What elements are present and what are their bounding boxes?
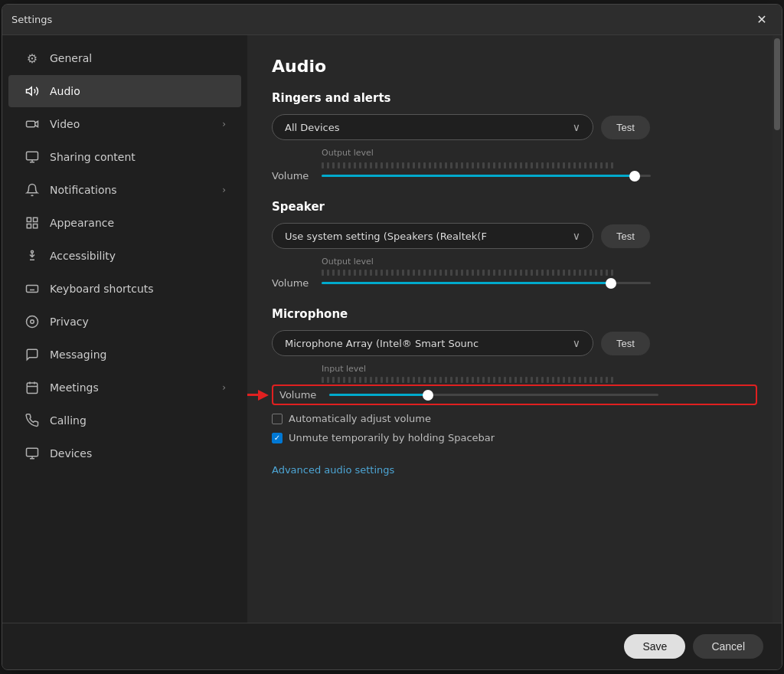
level-tick: [354, 377, 356, 383]
auto-adjust-checkbox[interactable]: [272, 414, 283, 424]
level-tick: [348, 270, 351, 276]
level-tick: [568, 162, 570, 168]
audio-icon: [24, 83, 41, 100]
level-tick: [493, 270, 495, 276]
level-tick: [450, 270, 452, 276]
level-tick: [477, 270, 479, 276]
sidebar-item-audio[interactable]: Audio: [8, 75, 241, 107]
level-tick: [322, 270, 324, 276]
sidebar-item-label: General: [50, 52, 92, 64]
level-tick: [514, 270, 517, 276]
speaker-volume-thumb[interactable]: [606, 278, 616, 289]
level-tick: [584, 270, 586, 276]
level-tick: [531, 377, 533, 383]
sidebar-item-label: Keyboard shortcuts: [50, 283, 154, 295]
ringers-volume-thumb[interactable]: [629, 171, 640, 182]
level-tick: [568, 377, 570, 383]
chevron-right-icon: ›: [222, 382, 226, 393]
level-tick: [450, 377, 452, 383]
close-button[interactable]: ✕: [751, 9, 773, 31]
level-tick: [381, 270, 383, 276]
ringers-test-button[interactable]: Test: [601, 116, 650, 139]
level-tick: [509, 162, 511, 168]
sidebar-item-appearance[interactable]: Appearance: [8, 207, 241, 239]
level-tick: [407, 162, 410, 168]
chevron-right-icon: ›: [222, 185, 226, 195]
ringers-volume-slider[interactable]: [322, 175, 651, 177]
sidebar-item-video[interactable]: Video ›: [8, 108, 241, 140]
level-tick: [579, 377, 581, 383]
svg-point-17: [31, 320, 34, 324]
level-tick: [423, 270, 426, 276]
microphone-volume-thumb[interactable]: [423, 390, 433, 401]
ringers-device-row: All Devices ∨ Test: [272, 114, 757, 140]
speaker-section: Speaker Use system setting (Speakers (Re…: [272, 200, 757, 289]
level-tick: [547, 270, 549, 276]
cancel-button[interactable]: Cancel: [693, 634, 763, 659]
level-tick: [445, 162, 447, 168]
level-tick: [573, 162, 576, 168]
keyboard-icon: [24, 280, 41, 297]
sidebar-item-keyboard[interactable]: Keyboard shortcuts: [8, 273, 241, 305]
level-tick: [525, 377, 528, 383]
ringers-device-label: All Devices: [285, 122, 339, 133]
level-tick: [445, 270, 447, 276]
level-tick: [354, 162, 356, 168]
speaker-title: Speaker: [272, 200, 757, 214]
speaker-dropdown[interactable]: Use system setting (Speakers (Realtek(F …: [272, 223, 593, 249]
sidebar-item-general[interactable]: ⚙ General: [8, 42, 241, 74]
sidebar-item-notifications[interactable]: Notifications ›: [8, 174, 241, 206]
level-tick: [359, 270, 361, 276]
level-tick: [397, 162, 399, 168]
level-tick: [557, 270, 560, 276]
svg-rect-5: [27, 218, 31, 221]
sidebar-item-calling[interactable]: Calling: [8, 404, 241, 437]
save-button[interactable]: Save: [624, 634, 685, 659]
ringers-dropdown[interactable]: All Devices ∨: [272, 114, 593, 140]
sidebar-item-messaging[interactable]: Messaging: [8, 339, 241, 371]
level-tick: [450, 162, 452, 168]
svg-point-9: [31, 250, 34, 253]
level-tick: [557, 377, 560, 383]
sidebar-item-meetings[interactable]: Meetings ›: [8, 371, 241, 404]
level-tick: [423, 377, 426, 383]
arrow-head: [258, 390, 269, 401]
microphone-volume-slider[interactable]: [329, 394, 658, 396]
unmute-checkbox[interactable]: [272, 433, 283, 443]
level-tick: [434, 162, 436, 168]
level-tick: [611, 162, 613, 168]
speaker-volume-slider[interactable]: [322, 282, 651, 284]
sidebar-item-devices[interactable]: Devices: [8, 437, 241, 470]
microphone-dropdown[interactable]: Microphone Array (Intel® Smart Sounc ∨: [272, 330, 593, 356]
level-tick: [600, 270, 603, 276]
level-tick: [595, 162, 597, 168]
speaker-test-button[interactable]: Test: [601, 224, 650, 248]
sidebar-item-sharing[interactable]: Sharing content: [8, 141, 241, 173]
sidebar-item-label: Notifications: [50, 184, 117, 196]
sidebar-item-label: Audio: [50, 85, 80, 97]
level-tick: [418, 270, 420, 276]
microphone-test-button[interactable]: Test: [601, 332, 650, 355]
level-tick: [568, 270, 570, 276]
sidebar-item-privacy[interactable]: Privacy: [8, 306, 241, 338]
level-tick: [370, 162, 372, 168]
sidebar-item-label: Video: [50, 118, 80, 130]
level-tick: [493, 162, 495, 168]
microphone-section: Microphone Microphone Array (Intel® Smar…: [272, 307, 757, 443]
sharing-icon: [24, 149, 41, 165]
scrollbar-thumb[interactable]: [774, 38, 780, 130]
advanced-audio-link[interactable]: Advanced audio settings: [272, 464, 394, 476]
gear-icon: ⚙: [24, 50, 41, 67]
sidebar-item-label: Meetings: [50, 381, 99, 394]
level-tick: [552, 377, 554, 383]
level-tick: [402, 377, 404, 383]
level-tick: [488, 162, 490, 168]
sidebar-item-label: Appearance: [50, 217, 114, 229]
level-tick: [332, 162, 335, 168]
level-tick: [531, 162, 533, 168]
level-tick: [370, 270, 372, 276]
sidebar-item-accessibility[interactable]: Accessibility: [8, 240, 241, 272]
level-tick: [541, 377, 544, 383]
level-tick: [498, 162, 501, 168]
level-tick: [584, 377, 586, 383]
